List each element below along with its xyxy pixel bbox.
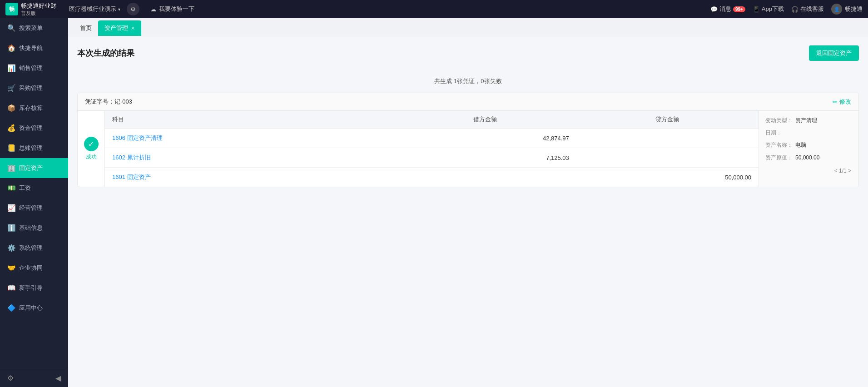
logo-text: 畅捷通好业财 [21, 2, 56, 10]
sidebar-item-sales[interactable]: 📊 销售管理 [0, 58, 68, 78]
system-icon: ⚙️ [7, 244, 15, 252]
sidebar-item-operations[interactable]: 📈 经营管理 [0, 198, 68, 218]
message-badge: 99+ [733, 6, 745, 12]
header-settings-button[interactable]: ⚙ [127, 3, 139, 15]
sidebar-item-guide[interactable]: 📖 新手引导 [0, 278, 68, 298]
original-value-row: 资产原值： 50,000.00 [765, 154, 852, 162]
logo-icon: 畅 [5, 3, 18, 15]
sidebar-label-fixed-assets: 固定资产 [19, 164, 43, 172]
sidebar-nav: 🔍 搜索菜单 🏠 快捷导航 📊 销售管理 🛒 采购管理 📦 库存核算 💰 [0, 18, 68, 369]
guide-icon: 📖 [7, 284, 15, 292]
user-info[interactable]: 👤 畅捷通 [831, 4, 863, 15]
home-icon: 🏠 [7, 44, 15, 52]
sidebar-item-purchase[interactable]: 🛒 采购管理 [0, 78, 68, 98]
sidebar-item-salary[interactable]: 💵 工资 [0, 178, 68, 198]
cell-credit: 50,000.00 [576, 168, 759, 187]
tab-bar: 首页 资产管理 ✕ [68, 18, 868, 36]
sidebar-label-inventory: 库存核算 [19, 104, 43, 112]
original-value-label: 资产原值： [765, 154, 793, 162]
asset-name-row: 资产名称： 电脑 [765, 141, 852, 149]
sidebar-label-search: 搜索菜单 [19, 24, 43, 32]
app-center-icon: 🔷 [7, 304, 15, 312]
sidebar-item-search[interactable]: 🔍 搜索菜单 [0, 18, 68, 38]
sidebar-label-sales: 销售管理 [19, 64, 43, 72]
main-layout: 🔍 搜索菜单 🏠 快捷导航 📊 销售管理 🛒 采购管理 📦 库存核算 💰 [0, 18, 868, 387]
edit-button[interactable]: ✏ 修改 [833, 98, 851, 106]
app-download-label: App下载 [762, 5, 784, 13]
experience-button[interactable]: ☁ 我要体验一下 [150, 5, 194, 13]
tab-home-label: 首页 [80, 24, 92, 32]
voucher-number: 凭证字号：记-003 [85, 98, 132, 106]
mobile-icon: 📱 [753, 6, 760, 13]
company-selector[interactable]: 医疗器械行业演示 ▾ [69, 5, 120, 13]
message-label: 消息 [719, 5, 731, 13]
sidebar-label-app-center: 应用中心 [19, 304, 43, 312]
sidebar-label-enterprise: 企业协同 [19, 264, 43, 272]
sidebar-label-system: 系统管理 [19, 244, 43, 252]
basic-info-icon: ℹ️ [7, 224, 15, 232]
change-type-row: 变动类型： 资产清理 [765, 116, 852, 125]
sidebar-item-fund[interactable]: 💰 资金管理 [0, 118, 68, 138]
edit-icon: ✏ [833, 99, 838, 105]
tab-asset-mgmt-label: 资产管理 [104, 24, 128, 32]
service-icon: 🎧 [791, 6, 799, 13]
settings-bottom-button[interactable]: ⚙ [7, 374, 14, 382]
message-button[interactable]: 💬 消息 99+ [710, 5, 745, 13]
date-row: 日期： [765, 129, 852, 137]
sidebar-item-quick-nav[interactable]: 🏠 快捷导航 [0, 38, 68, 58]
table-row: 1606 固定资产清理42,874.97 [105, 129, 759, 148]
original-value-value: 50,000.00 [795, 154, 819, 162]
online-service-button[interactable]: 🎧 在线客服 [791, 5, 824, 13]
voucher-block: 凭证字号：记-003 ✏ 修改 ✓ 成功 [77, 93, 859, 187]
sidebar-item-ledger[interactable]: 📒 总账管理 [0, 138, 68, 158]
inventory-icon: 📦 [7, 104, 15, 112]
asset-name-value: 电脑 [795, 141, 806, 149]
sidebar-label-ledger: 总账管理 [19, 144, 43, 152]
company-name: 医疗器械行业演示 [69, 5, 116, 13]
sidebar-item-basic-info[interactable]: ℹ️ 基础信息 [0, 218, 68, 238]
collapse-sidebar-button[interactable]: ◀ [55, 374, 61, 382]
edit-label: 修改 [839, 98, 851, 106]
date-label: 日期： [765, 129, 782, 137]
tab-asset-mgmt[interactable]: 资产管理 ✕ [98, 20, 141, 36]
tab-home[interactable]: 首页 [75, 20, 96, 36]
sidebar-item-system[interactable]: ⚙️ 系统管理 [0, 238, 68, 258]
side-info-panel: 变动类型： 资产清理 日期： 资产名称： 电脑 资产原值： [759, 111, 858, 187]
status-label: 成功 [86, 153, 97, 161]
sidebar-item-app-center[interactable]: 🔷 应用中心 [0, 298, 68, 318]
status-cell: ✓ 成功 [78, 111, 105, 187]
voucher-table: 科目 借方金额 贷方金额 1606 固定资产清理42,874.971602 累计… [105, 111, 759, 187]
sidebar-label-basic-info: 基础信息 [19, 224, 43, 232]
chevron-down-icon: ▾ [118, 7, 120, 12]
return-fixed-assets-button[interactable]: 返回固定资产 [809, 45, 859, 61]
app-download-button[interactable]: 📱 App下载 [753, 5, 784, 13]
header-left: 畅 畅捷通好业财 普及版 医疗器械行业演示 ▾ ⚙ ☁ 我要体验一下 [5, 2, 194, 17]
sidebar-label-quick-nav: 快捷导航 [19, 44, 43, 52]
table-row: 1601 固定资产50,000.00 [105, 168, 759, 187]
col-subject: 科目 [105, 111, 394, 129]
pagination-text: < 1/1 > [834, 168, 851, 174]
cell-subject: 1601 固定资产 [105, 168, 394, 187]
page-title-row: 本次生成的结果 返回固定资产 [77, 45, 859, 61]
voucher-header: 凭证字号：记-003 ✏ 修改 [78, 93, 858, 111]
purchase-icon: 🛒 [7, 84, 15, 92]
sidebar-item-fixed-assets[interactable]: 🏢 固定资产 [0, 158, 68, 178]
sidebar-item-enterprise[interactable]: 🤝 企业协同 [0, 258, 68, 278]
fixed-assets-icon: 🏢 [7, 164, 15, 172]
col-debit: 借方金额 [394, 111, 576, 129]
cloud-icon: ☁ [150, 6, 156, 13]
asset-name-label: 资产名称： [765, 141, 793, 149]
sales-icon: 📊 [7, 64, 15, 72]
sidebar-item-inventory[interactable]: 📦 库存核算 [0, 98, 68, 118]
voucher-table-wrap: ✓ 成功 科目 借方金额 贷方金额 [78, 111, 858, 187]
content-area: 首页 资产管理 ✕ 本次生成的结果 返回固定资产 共生成 1张凭证，0张失败 [68, 18, 868, 387]
page-content: 本次生成的结果 返回固定资产 共生成 1张凭证，0张失败 凭证字号：记-003 … [68, 36, 868, 387]
cell-credit [576, 129, 759, 148]
search-icon: 🔍 [7, 24, 15, 32]
sidebar-label-operations: 经营管理 [19, 204, 43, 212]
tab-close-icon[interactable]: ✕ [131, 25, 135, 31]
change-type-value: 资产清理 [795, 116, 817, 125]
sidebar-label-purchase: 采购管理 [19, 84, 43, 92]
sidebar-label-fund: 资金管理 [19, 124, 43, 132]
logo-area: 畅 畅捷通好业财 普及版 [5, 2, 56, 17]
